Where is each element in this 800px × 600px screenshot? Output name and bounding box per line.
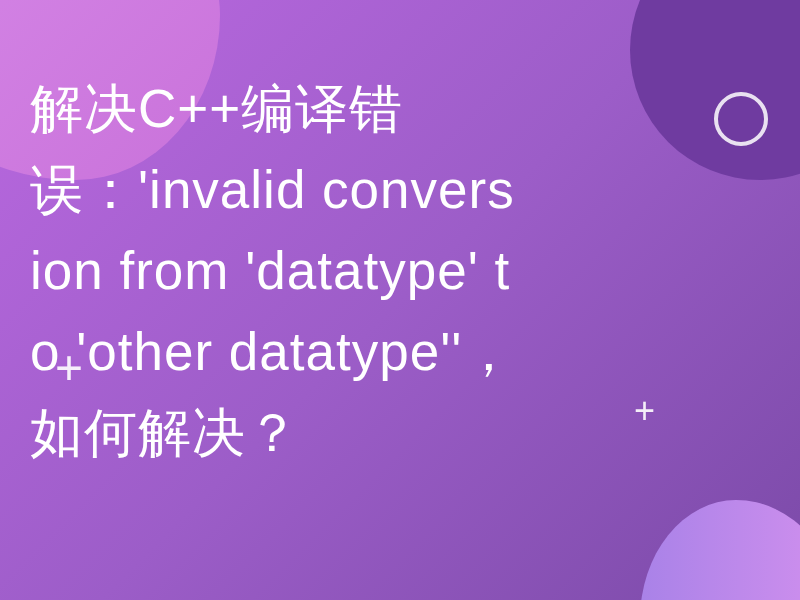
plus-decoration-right-icon: + xyxy=(634,390,655,432)
article-title: 解决C++编译错误：'invalid conversion from 'data… xyxy=(30,68,520,473)
background-blob-bottom-right xyxy=(640,500,800,600)
circle-decoration-icon xyxy=(714,92,768,146)
background-blob-upper-right xyxy=(630,0,800,180)
